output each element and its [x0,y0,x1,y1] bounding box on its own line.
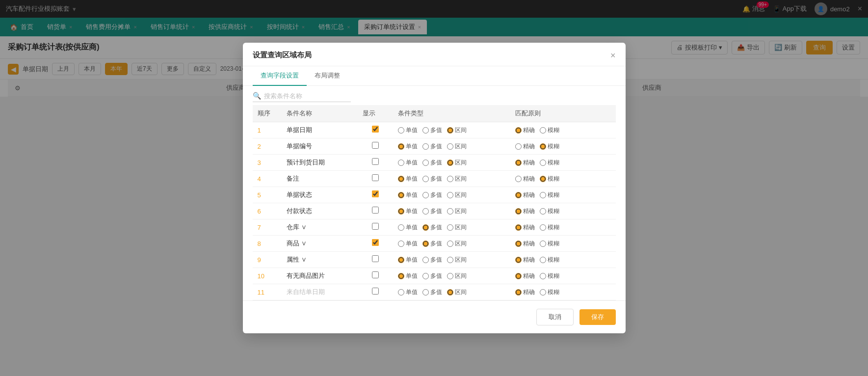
dialog: 设置查询区域布局 × 查询字段设置 布局调整 🔍 顺序 条件名称 显示 [243,43,626,97]
search-wrap: 🔍 [253,92,351,97]
dialog-search-area: 🔍 [243,86,626,97]
dialog-header: 设置查询区域布局 × [243,43,626,66]
dialog-close-button[interactable]: × [610,51,616,60]
dialog-tabs: 查询字段设置 布局调整 [243,66,626,86]
dialog-tab-fields[interactable]: 查询字段设置 [253,66,307,86]
dialog-tab-layout[interactable]: 布局调整 [307,66,348,86]
search-input[interactable] [264,92,342,97]
search-icon: 🔍 [253,92,261,97]
modal-overlay: 设置查询区域布局 × 查询字段设置 布局调整 🔍 顺序 条件名称 显示 [0,0,868,97]
dialog-title: 设置查询区域布局 [253,51,312,60]
